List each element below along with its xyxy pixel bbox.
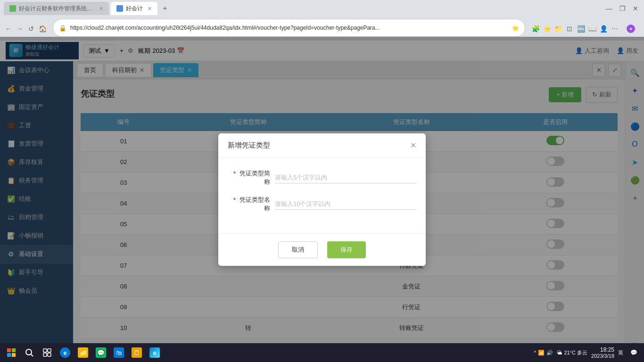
taskbar-right-area: ^ 📶 🔊 🌥 21°C 多云 18:25 2023/3/18 英 💬 bbox=[534, 346, 640, 359]
svg-rect-10 bbox=[43, 353, 47, 356]
tray-caret: ^ bbox=[534, 350, 536, 355]
tab2-title: 好会计 bbox=[126, 5, 143, 13]
taskbar-system-tray[interactable]: ^ 📶 🔊 bbox=[534, 350, 553, 356]
name-form-row: ＊ 凭证类型名称 bbox=[228, 196, 416, 213]
name-input[interactable] bbox=[275, 198, 416, 210]
split-btn[interactable]: ⊡ bbox=[565, 24, 574, 33]
network-icon: 📶 bbox=[538, 350, 545, 356]
dialog-header: 新增凭证类型 ✕ bbox=[218, 133, 426, 158]
name-required-mark: ＊ bbox=[231, 196, 238, 203]
taskbar-search[interactable] bbox=[22, 345, 37, 360]
weather-display: 🌥 21°C 多云 bbox=[557, 349, 587, 356]
dialog-footer: 取消 保存 bbox=[218, 233, 426, 266]
back-btn[interactable]: ← bbox=[4, 24, 13, 33]
more-btn[interactable]: ⋯ bbox=[610, 24, 619, 33]
svg-rect-11 bbox=[48, 353, 51, 356]
tab1-favicon bbox=[9, 5, 16, 12]
address-bar[interactable]: 🔒 https://cloud2.chanjet.com/accounting/… bbox=[53, 19, 525, 37]
url-display: https://cloud2.chanjet.com/accounting/uh… bbox=[70, 25, 508, 31]
save-button[interactable]: 保存 bbox=[327, 241, 366, 258]
svg-rect-3 bbox=[12, 348, 16, 352]
dialog-title: 新增凭证类型 bbox=[228, 141, 270, 150]
taskbar-explorer[interactable]: 📁 bbox=[75, 345, 91, 360]
svg-rect-8 bbox=[43, 349, 47, 352]
svg-line-7 bbox=[31, 354, 33, 356]
abbr-label: ＊ 凭证类型简称 bbox=[228, 169, 275, 186]
input-method[interactable]: 英 bbox=[618, 349, 623, 356]
favorites-btn[interactable]: ⭐ bbox=[542, 24, 552, 33]
close-btn[interactable]: ✕ bbox=[631, 4, 640, 13]
browser-tab-bar: 好会计云财务软件管理系统_会计 ✕ 好会计 ✕ + — ❐ ✕ bbox=[0, 0, 644, 17]
abbr-form-row: ＊ 凭证类型简称 bbox=[228, 169, 416, 186]
taskbar-wechat[interactable]: 💬 bbox=[93, 345, 108, 360]
svg-rect-5 bbox=[12, 353, 16, 357]
taskbar-files[interactable]: 🗒 bbox=[129, 345, 144, 360]
forward-btn[interactable]: → bbox=[15, 24, 25, 33]
minimize-btn[interactable]: — bbox=[604, 4, 614, 13]
dialog-overlay: 新增凭证类型 ✕ ＊ 凭证类型简称 ＊ 凭证类型名称 取消 保存 bbox=[0, 37, 644, 362]
restore-btn[interactable]: ❐ bbox=[618, 4, 627, 13]
browser-tab-2[interactable]: 好会计 ✕ bbox=[111, 2, 157, 15]
tab1-close[interactable]: ✕ bbox=[99, 6, 103, 12]
taskbar-task-view[interactable] bbox=[40, 345, 55, 360]
taskbar: e 📁 💬 🛍 🗒 e ^ 📶 🔊 🌥 21°C 多云 18:25 2023/3… bbox=[0, 343, 644, 362]
dialog-close-btn[interactable]: ✕ bbox=[410, 141, 416, 150]
weather-text: 21°C 多云 bbox=[564, 349, 587, 356]
copilot-btn[interactable]: ✦ bbox=[621, 24, 640, 33]
read-btn[interactable]: 📖 bbox=[587, 24, 597, 33]
reload-btn[interactable]: ↺ bbox=[26, 24, 36, 33]
new-tab-button[interactable]: + bbox=[159, 3, 171, 14]
name-label: ＊ 凭证类型名称 bbox=[228, 196, 275, 213]
svg-rect-2 bbox=[7, 348, 11, 352]
svg-rect-4 bbox=[7, 353, 11, 357]
taskbar-browser[interactable]: e bbox=[58, 345, 73, 360]
svg-text:✦: ✦ bbox=[629, 26, 633, 32]
tab2-favicon bbox=[116, 5, 123, 12]
sound-icon: 🔊 bbox=[546, 350, 553, 356]
profile-btn[interactable]: 👤 bbox=[599, 24, 608, 33]
svg-rect-9 bbox=[48, 349, 51, 352]
abbr-input[interactable] bbox=[275, 172, 416, 183]
dialog: 新增凭证类型 ✕ ＊ 凭证类型简称 ＊ 凭证类型名称 取消 保存 bbox=[218, 133, 426, 266]
dialog-body: ＊ 凭证类型简称 ＊ 凭证类型名称 bbox=[218, 158, 426, 233]
notification-btn[interactable]: 💬 bbox=[627, 346, 640, 359]
tab2-close[interactable]: ✕ bbox=[148, 6, 152, 12]
taskbar-edge-app[interactable]: e bbox=[147, 345, 162, 360]
immersive-btn[interactable]: 🔤 bbox=[576, 24, 586, 33]
taskbar-clock[interactable]: 18:25 2023/3/18 bbox=[591, 346, 614, 359]
date-display: 2023/3/18 bbox=[591, 353, 614, 359]
start-button[interactable] bbox=[4, 345, 19, 360]
home-btn[interactable]: 🏠 bbox=[38, 24, 47, 33]
time-display: 18:25 bbox=[600, 346, 614, 353]
weather-icon: 🌥 bbox=[557, 350, 562, 355]
taskbar-store[interactable]: 🛍 bbox=[111, 345, 126, 360]
browser-tab-1[interactable]: 好会计云财务软件管理系统_会计 ✕ bbox=[4, 2, 109, 15]
tab1-title: 好会计云财务软件管理系统_会计 bbox=[19, 5, 94, 13]
extensions-btn[interactable]: 🧩 bbox=[531, 24, 540, 33]
cancel-button[interactable]: 取消 bbox=[278, 241, 318, 258]
collections-btn[interactable]: 📁 bbox=[553, 24, 563, 33]
abbr-required-mark: ＊ bbox=[231, 170, 238, 177]
